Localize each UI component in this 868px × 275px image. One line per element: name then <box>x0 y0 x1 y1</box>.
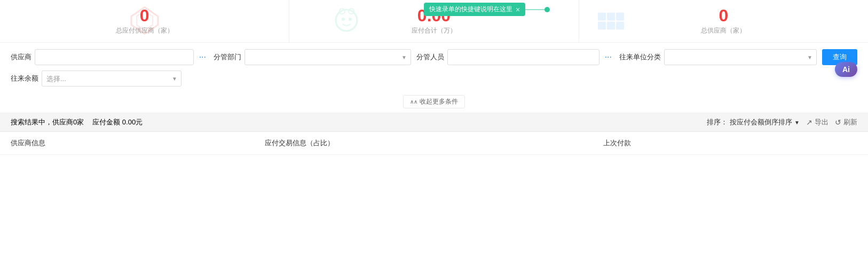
tooltip-close-btn[interactable]: × <box>516 6 520 13</box>
unit-category-select[interactable] <box>664 49 817 65</box>
department-select-wrapper: ▼ <box>244 49 411 65</box>
top-stats: 0 总应付供应商（家） 快速录单的快捷键说明在这里 × 0.00 应付合计（万） <box>0 0 868 43</box>
refresh-icon: ↺ <box>835 118 841 127</box>
total-suppliers-label: 总供应商（家） <box>701 26 746 35</box>
collapse-label: 收起更多条件 <box>420 97 458 106</box>
refresh-button[interactable]: ↺ 刷新 <box>835 117 857 127</box>
collapse-button[interactable]: ∧∧ 收起更多条件 <box>403 95 465 108</box>
svg-rect-11 <box>607 21 615 29</box>
sort-button[interactable]: 排序： 按应付会额倒序排序 ▼ <box>707 117 800 127</box>
supplier-dots-btn[interactable]: ··· <box>197 52 208 62</box>
result-bar: 搜索结果中，供应商0家 应付金额 0.00元 排序： 按应付会额倒序排序 ▼ ↗… <box>0 113 868 132</box>
svg-rect-10 <box>598 21 606 29</box>
svg-point-6 <box>349 18 352 21</box>
ai-button[interactable]: Ai <box>835 62 857 77</box>
collapse-bar: ∧∧ 收起更多条件 <box>11 92 857 113</box>
svg-rect-12 <box>616 21 624 29</box>
result-info-text: 搜索结果中，供应商0家 <box>11 117 84 127</box>
balance-filter: 往来余额 选择... ▼ <box>11 70 182 87</box>
filter-row-2: 往来余额 选择... ▼ <box>11 70 857 87</box>
tooltip-dot <box>545 7 550 12</box>
balance-select[interactable]: 选择... <box>42 70 182 87</box>
collapse-up-icon: ∧∧ <box>410 99 417 105</box>
result-actions: 排序： 按应付会额倒序排序 ▼ ↗ 导出 ↺ 刷新 <box>707 117 857 127</box>
person-filter: 分管人员 ··· <box>416 49 614 65</box>
svg-marker-1 <box>137 11 153 30</box>
tooltip-text: 快速录单的快捷键说明在这里 <box>429 5 512 14</box>
diamond-icon <box>129 4 161 38</box>
svg-rect-8 <box>607 12 615 20</box>
table-col-supplier-info: 供应商信息 <box>11 138 265 148</box>
person-input[interactable] <box>447 49 599 65</box>
refresh-label: 刷新 <box>843 117 857 127</box>
svg-rect-9 <box>616 12 624 20</box>
sort-label: 排序： <box>707 117 728 127</box>
department-filter: 分管部门 ▼ <box>214 49 411 65</box>
person-dots-btn[interactable]: ··· <box>603 52 614 62</box>
result-amount-text: 应付金额 0.00元 <box>92 117 143 127</box>
result-info-group: 搜索结果中，供应商0家 应付金额 0.00元 <box>11 117 143 127</box>
payable-total-label: 应付合计（万） <box>412 26 456 35</box>
filter-row-1: 供应商 ··· 分管部门 ▼ 分管人员 ··· 往来单位分类 <box>11 49 857 65</box>
table-header: 供应商信息 应付交易信息（占比） 上次付款 <box>0 132 868 155</box>
table-col-payable-info: 应付交易信息（占比） <box>265 138 603 148</box>
table-col-last-payment: 上次付款 <box>603 138 857 148</box>
table-body <box>0 155 868 262</box>
stat-payable-total: 快速录单的快捷键说明在这里 × 0.00 应付合计（万） <box>289 0 579 42</box>
sort-arrow-icon: ▼ <box>794 120 800 125</box>
svg-rect-7 <box>598 12 606 20</box>
filter-section: 供应商 ··· 分管部门 ▼ 分管人员 ··· 往来单位分类 <box>0 43 868 113</box>
department-select[interactable] <box>244 49 411 65</box>
balance-label: 往来余额 <box>11 74 38 83</box>
department-label: 分管部门 <box>214 52 241 62</box>
supplier-filter: 供应商 ··· <box>11 49 208 65</box>
person-label: 分管人员 <box>416 52 444 62</box>
stat-total-suppliers: 0 总供应商（家） <box>579 0 868 42</box>
export-label: 导出 <box>815 117 828 127</box>
unit-category-select-wrapper: ▼ <box>664 49 817 65</box>
total-suppliers-value: 0 <box>719 7 728 24</box>
balance-select-wrapper: 选择... ▼ <box>42 70 182 87</box>
svg-point-5 <box>342 18 345 21</box>
supplier-input[interactable] <box>35 49 194 65</box>
export-icon: ↗ <box>806 118 812 127</box>
unit-category-label: 往来单位分类 <box>619 52 661 62</box>
sort-value: 按应付会额倒序排序 <box>730 117 792 127</box>
stat-total-payable-suppliers: 0 总应付供应商（家） <box>0 0 289 42</box>
supplier-label: 供应商 <box>11 52 31 62</box>
export-button[interactable]: ↗ 导出 <box>806 117 828 127</box>
unit-category-filter: 往来单位分类 ▼ <box>619 49 817 65</box>
tooltip-bubble: 快速录单的快捷键说明在这里 × <box>424 3 525 16</box>
